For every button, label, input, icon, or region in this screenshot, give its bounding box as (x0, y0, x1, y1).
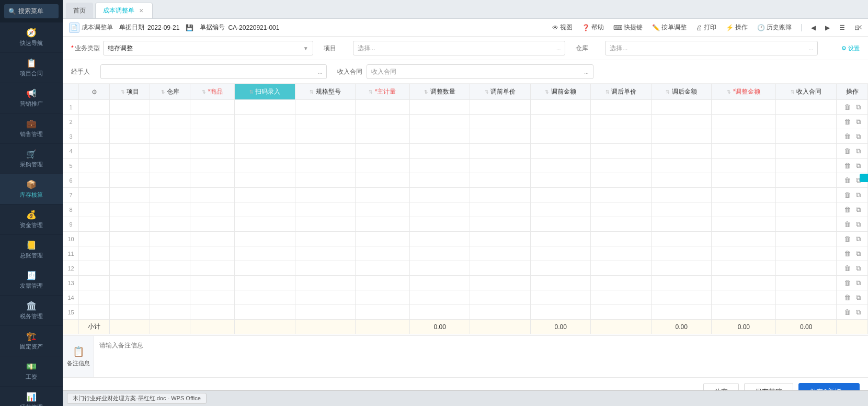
right-edge-tab[interactable] (860, 174, 868, 182)
row-6-scan[interactable] (235, 173, 295, 188)
row-5-after_amount[interactable] (651, 159, 712, 173)
row-5-warehouse[interactable] (150, 159, 190, 173)
row-2-income_contract[interactable] (776, 115, 837, 129)
row-4-adj_amount[interactable] (712, 144, 776, 159)
row-7-before_amount[interactable] (530, 188, 591, 202)
row-9-after_unit_price[interactable] (591, 217, 652, 232)
row-9-before_unit_price[interactable] (470, 217, 531, 232)
row-6-before_amount[interactable] (530, 173, 591, 188)
row-1-unit[interactable] (356, 100, 410, 115)
col-settings[interactable]: ⚙ (79, 84, 110, 100)
row-3-project[interactable] (110, 129, 150, 144)
row-12-before_amount[interactable] (530, 261, 591, 276)
row-6-product[interactable] (190, 173, 235, 188)
row-9-before_amount[interactable] (530, 217, 591, 232)
search-menu-button[interactable]: 🔍 搜索菜单 (4, 4, 59, 18)
tab-cost-adjust[interactable]: 成本调整单✕ (95, 3, 153, 18)
row-2-before_amount[interactable] (530, 115, 591, 129)
sidebar-item-ledger-mgmt[interactable]: 📒 总账管理 (0, 235, 63, 265)
row-15-before_unit_price[interactable] (470, 305, 531, 320)
row-1-before_amount[interactable] (530, 100, 591, 115)
row-13-project[interactable] (110, 276, 150, 290)
row-3-before_unit_price[interactable] (470, 129, 531, 144)
row-3-delete-btn[interactable]: 🗑 (842, 132, 852, 141)
row-4-after_amount[interactable] (651, 144, 712, 159)
row-5-adj_amount[interactable] (712, 159, 776, 173)
row-8-copy-btn[interactable]: ⧉ (854, 205, 862, 215)
row-2-copy-btn[interactable]: ⧉ (854, 117, 862, 127)
row-8-settings[interactable] (79, 202, 110, 217)
row-5-spec[interactable] (295, 159, 356, 173)
row-11-scan[interactable] (235, 246, 295, 261)
row-2-product[interactable] (190, 115, 235, 129)
row-2-spec[interactable] (295, 115, 356, 129)
row-14-unit[interactable] (356, 290, 410, 305)
row-1-income_contract[interactable] (776, 100, 837, 115)
row-13-product[interactable] (190, 276, 235, 290)
row-13-settings[interactable] (79, 276, 110, 290)
row-12-warehouse[interactable] (150, 261, 190, 276)
row-14-after_unit_price[interactable] (591, 290, 652, 305)
toolbar-history-button[interactable]: 🕐历史账簿 (755, 22, 794, 33)
row-15-income_contract[interactable] (776, 305, 837, 320)
row-7-warehouse[interactable] (150, 188, 190, 202)
row-5-adj_qty[interactable] (409, 159, 470, 173)
row-12-unit[interactable] (356, 261, 410, 276)
toolbar-nav-next-button[interactable]: ▶ (823, 23, 832, 32)
row-8-before_unit_price[interactable] (470, 202, 531, 217)
row-8-income_contract[interactable] (776, 202, 837, 217)
row-12-product[interactable] (190, 261, 235, 276)
tab-cost-adjust-close[interactable]: ✕ (138, 7, 145, 14)
row-9-delete-btn[interactable]: 🗑 (842, 220, 852, 229)
row-11-project[interactable] (110, 246, 150, 261)
row-12-after_unit_price[interactable] (591, 261, 652, 276)
toolbar-list-view-button[interactable]: ☰ (837, 23, 847, 32)
row-6-warehouse[interactable] (150, 173, 190, 188)
row-14-income_contract[interactable] (776, 290, 837, 305)
row-3-spec[interactable] (295, 129, 356, 144)
row-10-product[interactable] (190, 232, 235, 246)
row-11-copy-btn[interactable]: ⧉ (854, 249, 862, 258)
row-10-delete-btn[interactable]: 🗑 (842, 234, 852, 243)
row-9-warehouse[interactable] (150, 217, 190, 232)
row-5-scan[interactable] (235, 159, 295, 173)
row-14-copy-btn[interactable]: ⧉ (854, 293, 862, 302)
row-3-copy-btn[interactable]: ⧉ (854, 132, 862, 141)
row-7-product[interactable] (190, 188, 235, 202)
sidebar-item-quick-nav[interactable]: 🧭 快速导航 (0, 22, 63, 53)
row-7-delete-btn[interactable]: 🗑 (842, 190, 852, 199)
row-3-scan[interactable] (235, 129, 295, 144)
row-12-before_unit_price[interactable] (470, 261, 531, 276)
row-14-scan[interactable] (235, 290, 295, 305)
row-14-settings[interactable] (79, 290, 110, 305)
row-1-settings[interactable] (79, 100, 110, 115)
row-13-delete-btn[interactable]: 🗑 (842, 278, 852, 287)
row-13-copy-btn[interactable]: ⧉ (854, 278, 862, 288)
row-14-before_unit_price[interactable] (470, 290, 531, 305)
row-10-after_amount[interactable] (651, 232, 712, 246)
row-1-scan[interactable] (235, 100, 295, 115)
row-4-spec[interactable] (295, 144, 356, 159)
row-9-product[interactable] (190, 217, 235, 232)
row-4-warehouse[interactable] (150, 144, 190, 159)
row-12-copy-btn[interactable]: ⧉ (854, 264, 862, 273)
row-3-adj_qty[interactable] (409, 129, 470, 144)
row-10-adj_qty[interactable] (409, 232, 470, 246)
row-2-after_amount[interactable] (651, 115, 712, 129)
row-13-after_unit_price[interactable] (591, 276, 652, 290)
row-1-adj_amount[interactable] (712, 100, 776, 115)
row-7-spec[interactable] (295, 188, 356, 202)
row-1-delete-btn[interactable]: 🗑 (842, 103, 852, 111)
toolbar-print-button[interactable]: 🖨打印 (694, 22, 718, 33)
row-15-before_amount[interactable] (530, 305, 591, 320)
row-6-spec[interactable] (295, 173, 356, 188)
row-9-project[interactable] (110, 217, 150, 232)
row-11-warehouse[interactable] (150, 246, 190, 261)
row-13-warehouse[interactable] (150, 276, 190, 290)
row-2-adj_amount[interactable] (712, 115, 776, 129)
row-11-income_contract[interactable] (776, 246, 837, 261)
row-2-unit[interactable] (356, 115, 410, 129)
row-3-product[interactable] (190, 129, 235, 144)
row-14-after_amount[interactable] (651, 290, 712, 305)
row-2-scan[interactable] (235, 115, 295, 129)
